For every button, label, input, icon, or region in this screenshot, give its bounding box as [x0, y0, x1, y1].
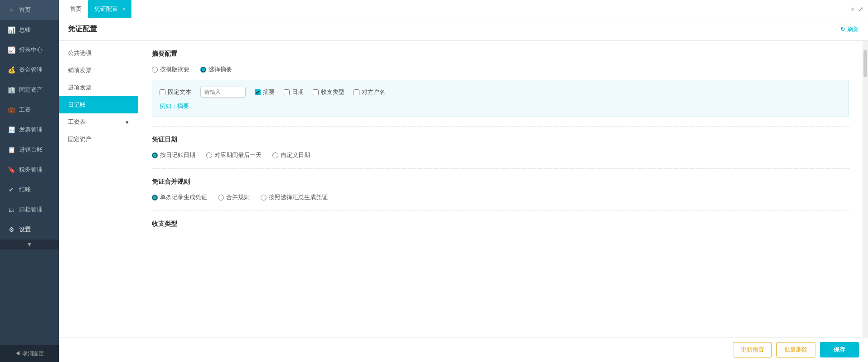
save-button[interactable]: 保存	[820, 342, 859, 357]
date-radio-journal[interactable]: 按日记账日期	[152, 151, 195, 159]
checkbox-counterparty[interactable]: 对方户名	[354, 88, 385, 96]
tab-bar-actions: × ⤢	[851, 5, 863, 13]
sidebar-item-ledger[interactable]: 📊 总账	[0, 20, 59, 40]
merge-radio-aggregate[interactable]: 按照选择汇总生成凭证	[261, 193, 328, 201]
sidebar-item-archive[interactable]: 🗂 归档管理	[0, 200, 59, 220]
sidebar-item-settings[interactable]: ⚙ 设置	[0, 220, 59, 240]
ledger-icon: 📊	[7, 26, 15, 34]
left-nav-sales-invoice[interactable]: 销项发票	[59, 62, 138, 79]
page-title: 凭证配置	[68, 24, 97, 34]
sidebar-scroll-down[interactable]: ▼	[0, 240, 59, 249]
tab-bar: 首页 凭证配置 × × ⤢	[59, 0, 868, 18]
sidebar-item-home[interactable]: ⌂ 首页	[0, 0, 59, 20]
date-section: 凭证日期 按日记账日期 对应期间最后一天 自定义日期	[152, 136, 849, 169]
scrollbar[interactable]	[863, 41, 868, 337]
sidebar-item-tax[interactable]: 🔖 税务管理	[0, 160, 59, 180]
merge-radio-single[interactable]: 单条记录生成凭证	[152, 193, 207, 201]
bottom-bar: 更新预置 批量删除 保存	[59, 337, 868, 362]
salary-icon: 💼	[7, 106, 15, 113]
pin-icon: ◀	[15, 350, 20, 357]
summary-checkbox-row: 固定文本 摘要 日期 收支类型	[160, 87, 841, 98]
main-area: 首页 凭证配置 × × ⤢ 凭证配置 ↻ 刷新 公共选项 销项发票 进项	[59, 0, 868, 362]
chevron-down-icon: ▾	[126, 119, 129, 126]
settings-icon: ⚙	[7, 226, 15, 233]
left-nav-purchase-invoice[interactable]: 进项发票	[59, 79, 138, 96]
tab-close-icon[interactable]: ×	[122, 6, 125, 12]
invoice-icon: 🧾	[7, 126, 15, 133]
checkbox-summary[interactable]: 摘要	[255, 88, 275, 96]
close-accounts-icon: ✔	[7, 186, 15, 193]
refresh-button[interactable]: ↻ 刷新	[840, 25, 859, 34]
left-nav: 公共选项 销项发票 进项发票 日记账 工资表 ▾ 固定资产	[59, 41, 138, 337]
summary-example: 例如：摘要	[160, 102, 841, 110]
funds-icon: 💰	[7, 66, 15, 73]
date-radio-group: 按日记账日期 对应期间最后一天 自定义日期	[152, 151, 849, 159]
right-content: 摘要配置 按模版摘要 选择摘要 固定文本	[138, 41, 863, 337]
home-icon: ⌂	[7, 6, 15, 14]
window-close-icon[interactable]: ×	[851, 5, 854, 13]
sidebar-item-funds[interactable]: 💰 资金管理	[0, 60, 59, 80]
checkbox-date[interactable]: 日期	[284, 88, 304, 96]
merge-title: 凭证合并规则	[152, 178, 849, 186]
purchase-sales-icon: 📋	[7, 146, 15, 153]
summary-radio-template[interactable]: 按模版摘要	[152, 65, 189, 73]
merge-radio-group: 单条记录生成凭证 合并规则 按照选择汇总生成凭证	[152, 193, 849, 201]
summary-radio-select[interactable]: 选择摘要	[200, 65, 232, 73]
sidebar-item-salary[interactable]: 💼 工资	[0, 100, 59, 120]
left-nav-journal[interactable]: 日记账	[59, 96, 138, 113]
tab-voucher-config[interactable]: 凭证配置 ×	[88, 0, 131, 18]
tab-home[interactable]: 首页	[63, 0, 88, 18]
sidebar: ⌂ 首页 📊 总账 📈 报表中心 💰 资金管理 🏢 固定资产 💼 工资 🧾 发票…	[0, 0, 59, 362]
tax-icon: 🔖	[7, 166, 15, 173]
batch-delete-button[interactable]: 批量删除	[776, 342, 815, 357]
summary-radio-group: 按模版摘要 选择摘要	[152, 65, 849, 73]
summary-section: 摘要配置 按模版摘要 选择摘要 固定文本	[152, 50, 849, 127]
summary-config-box: 固定文本 摘要 日期 收支类型	[152, 80, 849, 117]
date-title: 凭证日期	[152, 136, 849, 144]
summary-title: 摘要配置	[152, 50, 849, 58]
scroll-thumb[interactable]	[863, 50, 867, 77]
fixed-text-input[interactable]	[200, 87, 246, 98]
sidebar-item-report[interactable]: 📈 报表中心	[0, 40, 59, 60]
date-radio-period-last[interactable]: 对应期间最后一天	[206, 151, 262, 159]
merge-section: 凭证合并规则 单条记录生成凭证 合并规则 按照选择汇总生成凭证	[152, 178, 849, 211]
merge-radio-merge[interactable]: 合并规则	[218, 193, 250, 201]
update-preview-button[interactable]: 更新预置	[733, 342, 772, 357]
checkbox-fixed-text[interactable]: 固定文本	[160, 88, 191, 96]
left-nav-public[interactable]: 公共选项	[59, 44, 138, 62]
date-radio-custom[interactable]: 自定义日期	[272, 151, 310, 159]
income-type-title: 收支类型	[152, 220, 849, 228]
archive-icon: 🗂	[7, 206, 15, 213]
sidebar-item-assets[interactable]: 🏢 固定资产	[0, 80, 59, 100]
assets-icon: 🏢	[7, 86, 15, 93]
refresh-icon: ↻	[840, 26, 845, 33]
window-max-icon[interactable]: ⤢	[858, 5, 863, 13]
page-header: 凭证配置 ↻ 刷新	[59, 18, 868, 41]
sidebar-item-purchase-sales[interactable]: 📋 进销台账	[0, 140, 59, 160]
cancel-pin-button[interactable]: ◀ 取消固定	[0, 345, 59, 362]
sidebar-item-invoice[interactable]: 🧾 发票管理	[0, 120, 59, 140]
income-type-section: 收支类型	[152, 220, 849, 245]
sidebar-item-close[interactable]: ✔ 结账	[0, 180, 59, 200]
left-nav-fixed-assets[interactable]: 固定资产	[59, 131, 138, 148]
content-area: 公共选项 销项发票 进项发票 日记账 工资表 ▾ 固定资产 摘要配置	[59, 41, 868, 337]
report-icon: 📈	[7, 46, 15, 54]
left-nav-payroll[interactable]: 工资表 ▾	[59, 113, 138, 131]
checkbox-income-type[interactable]: 收支类型	[313, 88, 344, 96]
